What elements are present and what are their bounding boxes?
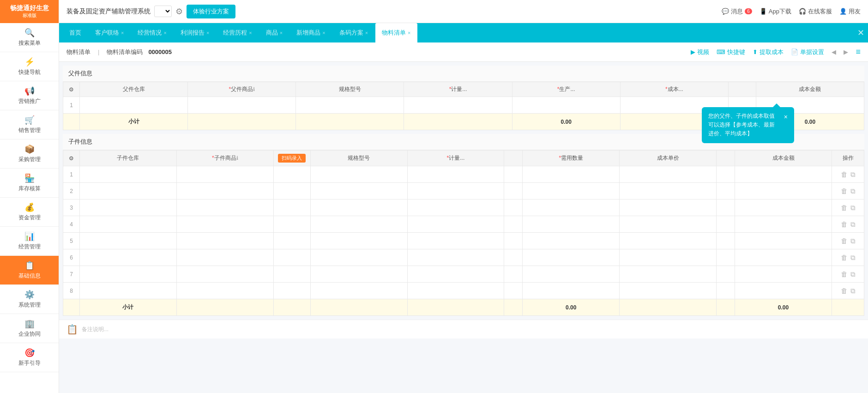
sidebar-item-finance[interactable]: 💰资金管理 [0,198,59,227]
app-download-item[interactable]: 📱 App下载 [760,7,791,16]
nav-tab-条码方案[interactable]: 条码方案 × [333,23,374,42]
child-qty-7[interactable] [523,266,620,283]
close-all-tabs-icon[interactable]: ✕ [857,28,864,38]
shortcut-action[interactable]: ⌨ 快捷键 [717,48,745,56]
child-unitcost-8[interactable] [620,283,717,299]
child-qty-6[interactable] [523,249,620,266]
nav-tab-客户联络[interactable]: 客户联络 × [89,23,130,42]
child-unit-1[interactable] [407,166,504,183]
setting-action[interactable]: 📄 单据设置 [791,48,824,56]
sidebar-item-enterprise[interactable]: 🏢企业协同 [0,314,59,343]
sidebar-item-operation[interactable]: 📊经营管理 [0,227,59,256]
child-qty-2[interactable] [523,183,620,200]
copy-icon-5[interactable]: ⧉ [850,237,856,245]
nav-tab-经营情况[interactable]: 经营情况 × [131,23,173,42]
experience-btn[interactable]: 体验行业方案 [187,5,235,18]
tab-close-icon[interactable]: × [365,30,368,36]
settings-icon[interactable]: ⚙ [175,6,183,17]
copy-icon-2[interactable]: ⧉ [850,187,856,195]
child-spec-1[interactable] [310,166,407,183]
child-warehouse-7[interactable] [80,266,177,283]
sidebar-item-quick-nav[interactable]: ⚡快捷导航 [0,52,59,81]
tab-close-icon[interactable]: × [280,30,283,36]
child-product-6[interactable] [176,249,273,266]
copy-icon-4[interactable]: ⧉ [850,220,856,229]
parent-product-cell[interactable] [188,97,296,114]
child-col-scan[interactable]: 扫码录入 [273,151,310,166]
delete-icon-2[interactable]: 🗑 [841,187,848,195]
child-product-4[interactable] [176,216,273,233]
child-spec-8[interactable] [310,283,407,299]
sidebar-item-marketing[interactable]: 📢营销推广 [0,81,59,110]
delete-icon-3[interactable]: 🗑 [841,204,848,212]
online-service-item[interactable]: 🎧 在线客服 [799,7,832,16]
child-spec-4[interactable] [310,216,407,233]
tab-close-icon[interactable]: × [206,30,209,36]
nav-tab-利润报告[interactable]: 利润报告 × [174,23,216,42]
list-view-icon[interactable]: ≡ [856,47,861,57]
nav-tab-经营历程[interactable]: 经营历程 × [217,23,258,42]
child-unit-5[interactable] [407,233,504,249]
child-unitcost-5[interactable] [620,233,717,249]
nav-tab-首页[interactable]: 首页 [63,23,88,42]
child-unit-7[interactable] [407,266,504,283]
child-spec-5[interactable] [310,233,407,249]
parent-produce-cell[interactable] [512,97,620,114]
delete-icon-7[interactable]: 🗑 [841,270,848,278]
child-product-3[interactable] [176,200,273,216]
child-warehouse-8[interactable] [80,283,177,299]
tab-close-icon[interactable]: × [163,30,166,36]
child-spec-3[interactable] [310,200,407,216]
child-unitcost-6[interactable] [620,249,717,266]
child-qty-5[interactable] [523,233,620,249]
scan-btn[interactable]: 扫码录入 [278,154,306,163]
parent-col-gear[interactable]: ⚙ [63,82,80,97]
copy-icon-6[interactable]: ⧉ [850,254,856,262]
delete-icon-4[interactable]: 🗑 [841,220,848,229]
child-unitcost-4[interactable] [620,216,717,233]
tab-close-icon[interactable]: × [121,30,124,36]
child-unitcost-2[interactable] [620,183,717,200]
child-unit-6[interactable] [407,249,504,266]
child-qty-8[interactable] [523,283,620,299]
child-product-2[interactable] [176,183,273,200]
child-product-5[interactable] [176,233,273,249]
child-warehouse-6[interactable] [80,249,177,266]
cost-action[interactable]: ⬆ 提取成本 [753,48,784,56]
parent-unit-cell[interactable] [404,97,512,114]
child-warehouse-5[interactable] [80,233,177,249]
sidebar-item-purchase[interactable]: 📦采购管理 [0,139,59,169]
child-warehouse-4[interactable] [80,216,177,233]
system-select[interactable] [154,6,172,17]
child-col-gear[interactable]: ⚙ [63,151,80,166]
child-product-1[interactable] [176,166,273,183]
parent-spec-cell[interactable] [296,97,404,114]
child-warehouse-3[interactable] [80,200,177,216]
child-unit-3[interactable] [407,200,504,216]
sidebar-item-system[interactable]: ⚙️系统管理 [0,285,59,314]
child-warehouse-2[interactable] [80,183,177,200]
sidebar-item-search[interactable]: 🔍搜索菜单 [0,23,59,52]
nav-prev-icon[interactable]: ◀ [832,48,836,55]
nav-tab-物料清单[interactable]: 物料清单 × [375,23,417,42]
nav-next-icon[interactable]: ▶ [844,48,848,55]
delete-icon-8[interactable]: 🗑 [841,287,848,295]
copy-icon-8[interactable]: ⧉ [850,287,856,295]
sidebar-item-sales[interactable]: 🛒销售管理 [0,110,59,139]
child-product-7[interactable] [176,266,273,283]
delete-icon-6[interactable]: 🗑 [841,254,848,262]
message-item[interactable]: 💬 消息 6 [722,7,752,16]
child-product-8[interactable] [176,283,273,299]
child-spec-2[interactable] [310,183,407,200]
child-qty-4[interactable] [523,216,620,233]
child-unit-8[interactable] [407,283,504,299]
sidebar-item-basic-info[interactable]: 📋基础信息 [0,256,59,285]
parent-warehouse-cell[interactable] [80,97,188,114]
sidebar-item-stock[interactable]: 🏪库存核算 [0,169,59,198]
child-unitcost-1[interactable] [620,166,717,183]
child-qty-3[interactable] [523,200,620,216]
nav-tab-商品[interactable]: 商品 × [259,23,289,42]
tab-close-icon[interactable]: × [322,30,325,36]
user-item[interactable]: 👤 用友 [839,7,861,16]
copy-icon-3[interactable]: ⧉ [850,204,856,212]
